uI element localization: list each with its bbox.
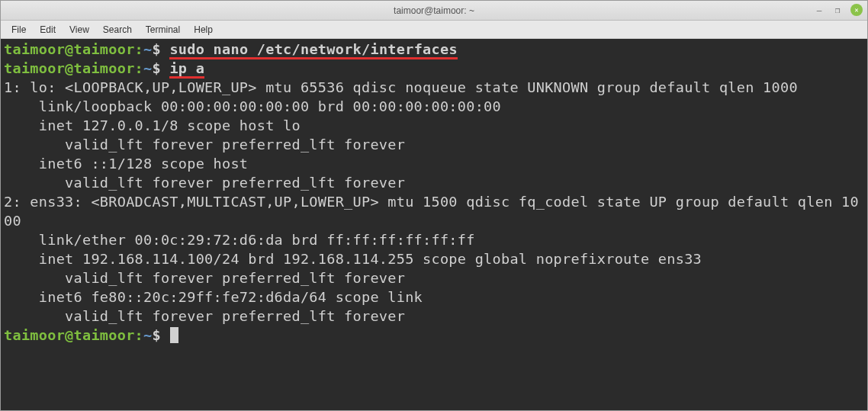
prompt-user-host: taimoor@taimoor [4,327,135,343]
menu-help[interactable]: Help [188,22,219,37]
menu-terminal[interactable]: Terminal [140,22,186,37]
titlebar: taimoor@taimoor: ~ — ❐ [1,1,867,21]
menubar: File Edit View Search Terminal Help [1,21,867,39]
prompt-sep: : [135,41,143,57]
prompt-dollar: $ [152,327,160,343]
menu-search[interactable]: Search [97,22,138,37]
window-controls: — ❐ [814,4,863,16]
prompt-sep: : [135,60,143,76]
prompt-user-host: taimoor@taimoor [4,60,135,76]
cursor [170,327,178,343]
terminal-window: taimoor@taimoor: ~ — ❐ File Edit View Se… [0,0,868,411]
prompt-path: ~ [143,41,152,57]
minimize-button[interactable]: — [814,5,825,15]
command-line-2: ip a [169,60,204,79]
maximize-button[interactable]: ❐ [832,5,843,15]
prompt-sep: : [135,327,143,343]
prompt-dollar: $ [152,60,160,76]
prompt-path: ~ [143,60,152,76]
command-line-1: sudo nano /etc/network/interfaces [169,41,457,59]
menu-edit[interactable]: Edit [34,22,62,37]
menu-file[interactable]: File [5,22,32,37]
prompt-dollar: $ [152,41,160,57]
prompt-user-host: taimoor@taimoor [4,41,135,57]
close-button[interactable] [850,4,863,16]
menu-view[interactable]: View [63,22,95,37]
prompt-path: ~ [143,327,152,343]
window-title: taimoor@taimoor: ~ [394,5,474,16]
terminal-body[interactable]: taimoor@taimoor:~$ sudo nano /etc/networ… [1,39,867,410]
command-output: 1: lo: <LOOPBACK,UP,LOWER_UP> mtu 65536 … [4,79,859,324]
